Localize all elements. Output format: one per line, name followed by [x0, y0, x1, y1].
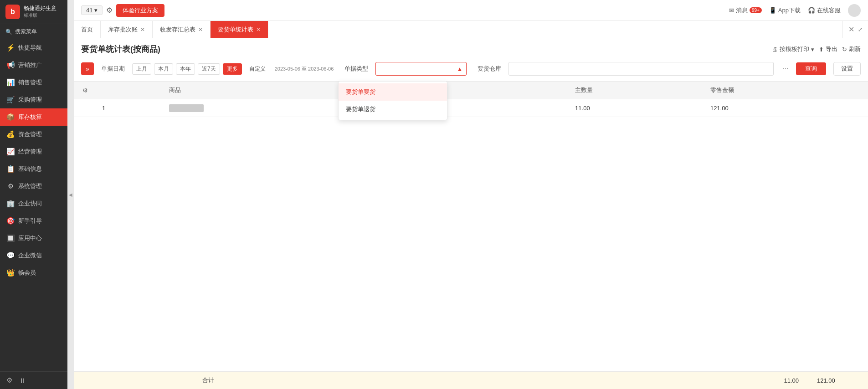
- sidebar-item-wechat[interactable]: 💬企业微信: [0, 247, 67, 264]
- sidebar-collapse-btn[interactable]: ◀: [67, 0, 74, 389]
- chevron-down-icon: ▾: [94, 7, 98, 14]
- nav-icon-enterprise: 🏢: [6, 200, 15, 208]
- date-btn-0[interactable]: 上月: [132, 63, 151, 75]
- sidebar-item-quick-nav[interactable]: ⚡快捷导航: [0, 39, 67, 56]
- nav-label-system: 系统管理: [18, 182, 42, 190]
- tab-home[interactable]: 首页: [74, 21, 101, 38]
- sidebar-item-finance[interactable]: 💰资金管理: [0, 126, 67, 143]
- close-all-tabs[interactable]: ✕ ⤢: [842, 21, 868, 38]
- online-service-action[interactable]: 🎧 在线客服: [808, 6, 841, 15]
- query-button[interactable]: 查询: [796, 62, 826, 75]
- tab-close-collect-summary[interactable]: ✕: [198, 26, 203, 33]
- sidebar-nav: ⚡快捷导航📢营销推广📊销售管理🛒采购管理📦库存核算💰资金管理📈经营管理📋基础信息…: [0, 39, 67, 371]
- tab-count-display[interactable]: 41 ▾: [81, 5, 103, 15]
- date-btn-1[interactable]: 本月: [154, 63, 173, 75]
- dropdown-item-0[interactable]: 要货单要货: [339, 83, 447, 101]
- type-select[interactable]: ▲: [375, 62, 467, 76]
- settings-icon[interactable]: ⚙: [6, 376, 12, 384]
- print-icon: 🖨: [772, 46, 778, 53]
- nav-icon-basic: 📋: [6, 165, 15, 173]
- header-settings-icon[interactable]: ⚙: [105, 5, 113, 15]
- column-amount: 零售金额: [705, 82, 868, 99]
- tab-close-inventory-batch[interactable]: ✕: [140, 26, 145, 33]
- data-table: ⚙ 商品 主计量单位 主数量 零售金额 1 ████ ███ 块 11.00 1…: [74, 82, 868, 117]
- date-shortcuts: 上月本月本年近7天更多: [132, 63, 242, 75]
- logo-icon: b: [5, 5, 20, 19]
- sidebar-item-marketing[interactable]: 📢营销推广: [0, 56, 67, 74]
- nav-icon-purchase: 🛒: [6, 96, 15, 104]
- filter-row: » 单据日期 上月本月本年近7天更多 自定义 2023-05-06 至 2023…: [81, 62, 861, 76]
- tab-label-inventory-batch: 库存批次账: [108, 26, 138, 34]
- page-title-bar: 要货单统计表(按商品) 🖨 按模板打印 ▾ ⬆ 导出 ↻ 刷新: [74, 38, 868, 58]
- nav-label-marketing: 营销推广: [18, 61, 42, 69]
- sidebar-logo: b 畅捷通好生意 标准版: [0, 0, 67, 24]
- sidebar-item-operations[interactable]: 📈经营管理: [0, 143, 67, 160]
- table-wrap: ⚙ 商品 主计量单位 主数量 零售金额 1 ████ ███ 块 11.00 1…: [74, 82, 868, 371]
- nav-label-appstore: 应用中心: [18, 234, 42, 242]
- nav-icon-system: ⚙: [6, 182, 15, 190]
- set-button[interactable]: 设置: [833, 62, 861, 76]
- dropdown-item-1[interactable]: 要货单退货: [339, 101, 447, 118]
- header-left: 41 ▾ ⚙ 体验行业方案: [81, 4, 724, 17]
- more-filters-btn[interactable]: ···: [783, 65, 789, 73]
- date-filter-label: 单据日期: [101, 65, 125, 73]
- message-action[interactable]: ✉ 消息 99+: [729, 6, 762, 15]
- tab-order-stats[interactable]: 要货单统计表✕: [211, 21, 268, 38]
- footer-quantity: 11.00: [717, 377, 817, 384]
- nav-label-wechat: 企业微信: [18, 251, 42, 260]
- column-settings[interactable]: ⚙: [74, 82, 97, 99]
- trial-button[interactable]: 体验行业方案: [116, 4, 164, 17]
- date-range-display: 2023-05-06 至 2023-06-06: [275, 66, 334, 72]
- print-template-btn[interactable]: 🖨 按模板打印 ▾: [772, 45, 814, 53]
- chevron-up-icon: ▲: [457, 66, 462, 72]
- title-actions: 🖨 按模板打印 ▾ ⬆ 导出 ↻ 刷新: [772, 45, 861, 53]
- nav-label-enterprise: 企业协同: [18, 200, 42, 208]
- tab-close-order-stats[interactable]: ✕: [256, 26, 261, 33]
- app-download-action[interactable]: 📱 App下载: [769, 6, 801, 15]
- message-icon: ✉: [729, 7, 734, 14]
- nav-icon-appstore: 🔲: [6, 234, 15, 242]
- tab-inventory-batch[interactable]: 库存批次账✕: [101, 21, 153, 38]
- cell-amount-0: 121.00: [705, 99, 868, 117]
- sidebar-item-appstore[interactable]: 🔲应用中心: [0, 230, 67, 247]
- date-btn-2[interactable]: 本年: [176, 63, 195, 75]
- refresh-btn[interactable]: ↻ 刷新: [842, 45, 861, 53]
- nav-icon-wechat: 💬: [6, 251, 15, 260]
- user-avatar[interactable]: [848, 4, 861, 17]
- date-btn-3[interactable]: 近7天: [198, 63, 220, 75]
- sidebar-item-enterprise[interactable]: 🏢企业协同: [0, 195, 67, 212]
- footer-total-label: 合计: [202, 376, 214, 384]
- table-row: 1 ████ ███ 块 11.00 121.00: [74, 99, 868, 117]
- headset-icon: 🎧: [808, 7, 815, 14]
- sidebar-item-inventory[interactable]: 📦库存核算: [0, 108, 67, 126]
- sidebar-search[interactable]: 🔍 搜索菜单: [0, 24, 67, 39]
- column-quantity: 主数量: [570, 82, 705, 99]
- custom-date-btn[interactable]: 自定义: [249, 65, 266, 73]
- nav-icon-marketing: 📢: [6, 61, 15, 69]
- warehouse-select[interactable]: [508, 62, 773, 76]
- sidebar-item-basic[interactable]: 📋基础信息: [0, 160, 67, 178]
- column-index: [97, 82, 164, 99]
- sidebar-item-system[interactable]: ⚙系统管理: [0, 178, 67, 195]
- filter-expand-btn[interactable]: »: [81, 62, 94, 75]
- sidebar-item-sales[interactable]: 📊销售管理: [0, 74, 67, 91]
- page-inner: 要货单统计表(按商品) 🖨 按模板打印 ▾ ⬆ 导出 ↻ 刷新: [74, 38, 868, 389]
- footer-amount: 121.00: [817, 377, 863, 384]
- filter-bar: » 单据日期 上月本月本年近7天更多 自定义 2023-05-06 至 2023…: [74, 58, 868, 82]
- date-btn-4[interactable]: 更多: [223, 63, 242, 75]
- pause-icon[interactable]: ⏸: [19, 377, 26, 384]
- nav-icon-finance: 💰: [6, 130, 15, 138]
- header-right: ✉ 消息 99+ 📱 App下载 🎧 在线客服: [729, 4, 861, 17]
- tab-collect-summary[interactable]: 收发存汇总表✕: [153, 21, 211, 38]
- refresh-icon: ↻: [842, 46, 847, 53]
- sidebar-item-member[interactable]: 👑畅会员: [0, 264, 67, 282]
- sidebar: b 畅捷通好生意 标准版 🔍 搜索菜单 ⚡快捷导航📢营销推广📊销售管理🛒采购管理…: [0, 0, 67, 389]
- cell-quantity-0: 11.00: [570, 99, 705, 117]
- table-header-row: ⚙ 商品 主计量单位 主数量 零售金额: [74, 82, 868, 99]
- tab-label-home: 首页: [81, 26, 93, 34]
- sidebar-item-guide[interactable]: 🎯新手引导: [0, 212, 67, 230]
- nav-label-guide: 新手引导: [18, 217, 42, 225]
- export-btn[interactable]: ⬆ 导出: [819, 45, 837, 53]
- sidebar-item-purchase[interactable]: 🛒采购管理: [0, 91, 67, 108]
- nav-icon-guide: 🎯: [6, 217, 15, 225]
